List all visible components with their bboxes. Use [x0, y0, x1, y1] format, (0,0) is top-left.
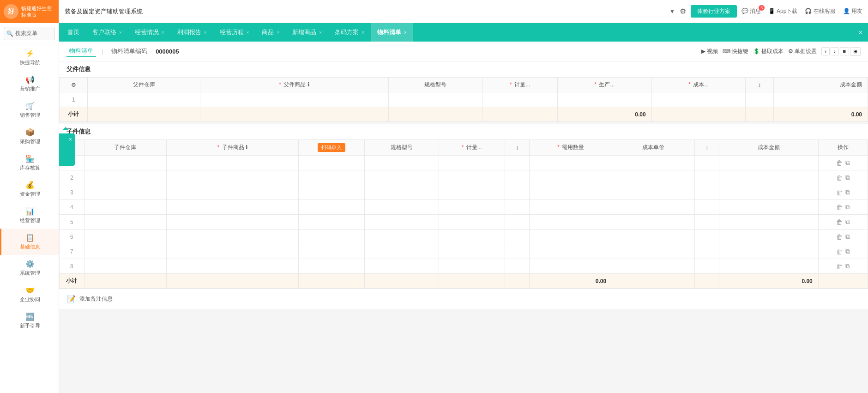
child-row1-qty[interactable]	[530, 156, 612, 170]
app-download-button[interactable]: 📱 App下载	[768, 7, 797, 15]
logo-icon: 好	[4, 4, 18, 19]
child-table-row: 3 🗑⧉	[60, 185, 868, 200]
sidebar-search[interactable]: 🔍 搜索菜单	[0, 23, 59, 44]
tab-bom-list[interactable]: 物料清单 ×	[371, 23, 413, 42]
sidebar-item-sales[interactable]: 🛒 销售管理	[0, 97, 59, 123]
tab-operation-status[interactable]: 经营情况 ×	[128, 23, 171, 42]
tab-operation-history[interactable]: 经营历程 ×	[213, 23, 256, 42]
copy-icon[interactable]: ⧉	[845, 159, 850, 167]
copy-icon[interactable]: ⧉	[845, 218, 850, 226]
tab-barcode-close[interactable]: ×	[362, 30, 364, 35]
parent-goods-cell[interactable]	[200, 92, 388, 107]
copy-icon[interactable]: ⧉	[845, 248, 850, 255]
breadcrumb-bom[interactable]: 物料清单	[66, 45, 96, 57]
search-menu-button[interactable]: 🔍 搜索菜单	[4, 27, 55, 40]
col-settings-icon: ⚙	[71, 82, 76, 88]
single-settings-button[interactable]: ⚙ 单据设置	[788, 48, 817, 55]
parent-subtotal-label: 小计	[60, 107, 88, 122]
sidebar-item-system[interactable]: ⚙️ 系统管理	[0, 255, 59, 281]
basic-icon: 📋	[25, 233, 35, 242]
message-icon: 💬	[741, 8, 748, 14]
close-all-tabs[interactable]: ×	[855, 29, 866, 36]
parent-production-cell[interactable]	[558, 92, 652, 107]
grid-view-button[interactable]: ⊞	[850, 47, 861, 56]
copy-icon[interactable]: ⧉	[845, 174, 850, 181]
trial-button[interactable]: 体验行业方案	[691, 5, 737, 18]
copy-icon[interactable]: ⧉	[845, 262, 850, 270]
sidebar-item-quick-nav[interactable]: ⚡ 快捷导航	[0, 44, 59, 71]
tab-customer[interactable]: 客户联络 ×	[86, 23, 128, 42]
delete-icon[interactable]: 🗑	[836, 218, 843, 226]
tab-profit-report[interactable]: 利润报告 ×	[171, 23, 213, 42]
tab-operation-status-close[interactable]: ×	[162, 30, 164, 35]
delete-icon[interactable]: 🗑	[836, 263, 843, 270]
add-note-label[interactable]: 添加备注信息	[79, 295, 113, 303]
shortcut-button[interactable]: ⌨ 快捷键	[723, 48, 748, 55]
next-button[interactable]: ›	[831, 47, 839, 55]
child-row1-unit-cost[interactable]	[612, 156, 695, 170]
settings-icon[interactable]: ⚙	[680, 7, 686, 16]
system-dropdown[interactable]: ▼	[669, 8, 675, 15]
breadcrumb-code[interactable]: 物料清单编码	[108, 46, 150, 57]
message-button[interactable]: 💬 6 消息	[741, 7, 761, 15]
system-icon: ⚙️	[25, 260, 35, 268]
delete-icon[interactable]: 🗑	[836, 159, 843, 167]
headset-icon: 🎧	[805, 8, 812, 14]
sidebar-item-operation[interactable]: 📊 经营管理	[0, 202, 59, 229]
parent-subtotal-empty1	[88, 107, 200, 122]
parent-spec-cell[interactable]	[388, 92, 482, 107]
sidebar-item-marketing[interactable]: 📢 营销推广	[0, 71, 59, 97]
view-video-button[interactable]: ▶ 视频	[701, 48, 718, 55]
child-table-row: 7 🗑⧉	[60, 244, 868, 259]
tab-operation-history-close[interactable]: ×	[247, 30, 249, 35]
tab-home[interactable]: 首页	[61, 23, 86, 42]
parent-warehouse-cell[interactable]	[88, 92, 200, 107]
sidebar-item-purchase[interactable]: 📦 采购管理	[0, 123, 59, 150]
child-subtotal-label: 小计	[60, 274, 84, 289]
tab-bom-list-close[interactable]: ×	[404, 30, 407, 35]
copy-icon[interactable]: ⧉	[845, 188, 850, 196]
child-col-scan[interactable]: 扫码录入	[299, 140, 365, 156]
delete-icon[interactable]: 🗑	[836, 174, 843, 181]
shortcut-icon: ⌨	[723, 48, 730, 54]
sidebar-item-finance[interactable]: 💰 资金管理	[0, 176, 59, 202]
system-title: 装备及固定资产辅助管理系统	[65, 7, 665, 16]
parent-unit-cell[interactable]	[482, 92, 558, 107]
child-row1-unit[interactable]	[439, 156, 505, 170]
online-service-button[interactable]: 🎧 在线客服	[805, 7, 835, 15]
parent-col-production: * 生产...	[558, 78, 652, 92]
child-row1-spec[interactable]	[365, 156, 439, 170]
collab-icon: 🤝	[25, 286, 35, 295]
tooltip-close[interactable]: ×	[69, 135, 72, 144]
delete-icon[interactable]: 🗑	[836, 233, 843, 241]
parent-col-settings[interactable]: ⚙	[60, 78, 88, 92]
tab-barcode[interactable]: 条码方案 ×	[328, 23, 371, 42]
delete-icon[interactable]: 🗑	[836, 248, 843, 255]
tab-goods-close[interactable]: ×	[277, 30, 279, 35]
child-row1-goods[interactable]	[167, 156, 299, 170]
tab-customer-close[interactable]: ×	[119, 30, 122, 35]
tab-goods[interactable]: 商品 ×	[255, 23, 286, 42]
sidebar-item-inventory[interactable]: 🏪 库存核算	[0, 150, 59, 176]
parent-cost-cell[interactable]	[651, 92, 746, 107]
sidebar-item-basic[interactable]: 📋 基础信息	[0, 229, 59, 255]
sidebar-item-collab[interactable]: 🤝 企业协同	[0, 281, 59, 308]
list-view-button[interactable]: ≡	[840, 47, 849, 55]
prev-button[interactable]: ‹	[821, 47, 830, 55]
child-row1-warehouse[interactable]	[84, 156, 167, 170]
message-badge: 6	[759, 5, 765, 11]
operation-icon: 📊	[25, 207, 35, 216]
scan-input-button[interactable]: 扫码录入	[318, 143, 345, 152]
pagination: ‹ › ≡ ⊞	[821, 47, 861, 56]
delete-icon[interactable]: 🗑	[836, 204, 843, 211]
tab-new-goods-close[interactable]: ×	[319, 30, 322, 35]
sidebar-item-guide[interactable]: 🆕 新手引导	[0, 308, 59, 334]
parent-subtotal-row: 小计 0.00 0.00	[60, 107, 868, 122]
tab-profit-report-close[interactable]: ×	[204, 30, 207, 35]
copy-icon[interactable]: ⧉	[845, 203, 850, 211]
delete-icon[interactable]: 🗑	[836, 189, 843, 196]
extract-cost-button[interactable]: 💲 提取成本	[753, 48, 784, 55]
user-menu[interactable]: 👤 用友	[843, 7, 862, 15]
copy-icon[interactable]: ⧉	[845, 233, 850, 241]
tab-new-goods[interactable]: 新增商品 ×	[286, 23, 328, 42]
